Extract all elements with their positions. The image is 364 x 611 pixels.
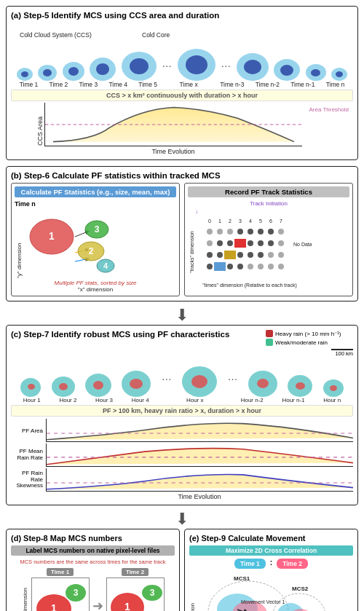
svg-point-35 <box>268 240 274 246</box>
svg-point-52 <box>268 264 274 269</box>
svg-point-28 <box>278 229 284 234</box>
section-a-title: (a) Step-5 Identify MCS using CCS area a… <box>11 11 353 20</box>
pf-stats-header: Calculate PF Statistics (e.g., size, mea… <box>15 186 176 197</box>
svg-point-31 <box>227 240 233 246</box>
pf-time-label: Time n <box>15 200 176 208</box>
svg-text:5: 5 <box>259 218 262 224</box>
multiple-pf-note: Multiple PF stats, sorted by size <box>15 280 176 286</box>
svg-text:4: 4 <box>103 261 108 270</box>
mcs-hour-labels: Hour 1 Hour 2 Hour 3 Hour 4 Hour x Hour … <box>14 397 350 403</box>
svg-text:1: 1 <box>51 602 57 611</box>
track-grid-svg: "tracks" dimension 0 1 2 3 4 5 6 7 <box>188 216 312 288</box>
section-e: (e) Step-9 Calculate Movement Maximize 2… <box>184 529 358 611</box>
section-d-title: (d) Step-8 Map MCS numbers <box>11 534 175 543</box>
arrow-down-1: ⬇ <box>6 307 358 323</box>
svg-text:3: 3 <box>95 224 100 234</box>
svg-point-46 <box>207 264 213 269</box>
dots-sep1: … <box>162 58 172 81</box>
legend-heavy-rain: Heavy rain (> 10 mm h⁻¹) <box>266 330 353 337</box>
svg-text:3: 3 <box>149 588 154 598</box>
x-dim-label-b: "x" dimension <box>15 286 176 293</box>
section-c-title: (c) Step-7 Identify robust MCS using PF … <box>11 330 261 339</box>
scale-bar-label: 100 km <box>335 350 353 357</box>
svg-point-25 <box>248 229 253 234</box>
svg-point-27 <box>268 229 274 234</box>
svg-point-48 <box>227 264 233 269</box>
svg-point-44 <box>268 252 274 258</box>
heavy-rain-label: Heavy rain (> 10 mm h⁻¹) <box>275 331 341 337</box>
section-c: (c) Step-7 Identify robust MCS using PF … <box>6 325 358 505</box>
heavy-rain-swatch <box>266 330 273 337</box>
pf-blobs-svg: 1 3 2 4 <box>24 209 119 278</box>
weak-rain-label: Weak/moderate rain <box>275 339 328 346</box>
d-canvas-t1: 1 3 2 4 <box>31 578 90 611</box>
svg-text:6: 6 <box>269 218 272 224</box>
mcs-cloud-row: … … <box>14 357 350 397</box>
svg-text:1: 1 <box>124 601 130 611</box>
svg-text:2: 2 <box>89 246 94 256</box>
svg-point-50 <box>248 264 253 269</box>
svg-point-45 <box>278 252 284 258</box>
legend-weak-rain: Weak/moderate rain <box>266 339 353 346</box>
pf-skewness-chart <box>47 468 353 491</box>
svg-point-29 <box>207 240 213 246</box>
svg-point-49 <box>237 264 243 269</box>
svg-point-26 <box>258 229 264 234</box>
arrow-down-2: ⬇ <box>6 511 358 527</box>
svg-point-24 <box>237 229 243 234</box>
svg-point-36 <box>278 240 284 246</box>
svg-text:"times" dimension (Relative to: "times" dimension (Relative to each trac… <box>202 283 296 288</box>
svg-point-38 <box>207 252 213 258</box>
svg-rect-47 <box>214 262 226 271</box>
main-container: (a) Step-5 Identify MCS using CCS area a… <box>0 0 364 611</box>
track-init-label: Track Initiation <box>188 200 349 207</box>
x-axis-label: Time Evolution <box>44 148 302 155</box>
svg-text:3: 3 <box>239 218 242 224</box>
pf-stats-panel: Calculate PF Statistics (e.g., size, mea… <box>11 183 180 296</box>
e-time1-pill: Time 1 <box>234 559 266 569</box>
map-d-note: MCS numbers are the same across times fo… <box>11 559 175 565</box>
section-a: (a) Step-5 Identify MCS using CCS area a… <box>6 6 358 160</box>
svg-text:1: 1 <box>49 230 55 242</box>
area-chart: Area Threshold <box>44 103 302 146</box>
section-e-title: (e) Step-9 Calculate Movement <box>189 534 353 543</box>
section-b: (b) Step-6 Calculate PF statistics withi… <box>6 166 358 301</box>
svg-rect-32 <box>234 239 246 248</box>
svg-point-33 <box>248 240 253 246</box>
svg-point-43 <box>258 252 264 258</box>
svg-point-51 <box>258 264 264 269</box>
e-time2-pill: Time 2 <box>277 559 308 569</box>
svg-text:Movement Vector 1: Movement Vector 1 <box>241 599 285 604</box>
pf-skewness-label: PF Rain RateSkewness <box>11 470 46 489</box>
d-arrow: ➜ <box>92 598 103 612</box>
track-stats-header: Record PF Track Statistics <box>188 186 349 197</box>
time-labels-row: Time 1 Time 2 Time 3 Time 4 Time 5 Time … <box>11 81 353 88</box>
svg-text:No Data: No Data <box>293 242 312 247</box>
svg-text:0: 0 <box>208 218 211 224</box>
section-de: (d) Step-8 Map MCS numbers Label MCS num… <box>6 529 358 611</box>
d-time1-label: Time 1 <box>47 568 74 576</box>
track-stats-panel: Record PF Track Statistics Track Initiat… <box>184 183 353 296</box>
svg-point-21 <box>207 229 213 234</box>
svg-text:2: 2 <box>229 218 232 224</box>
e-y-dim-label: "y" dimension <box>189 603 196 611</box>
svg-point-22 <box>217 229 223 234</box>
svg-point-53 <box>278 264 284 269</box>
svg-text:3: 3 <box>73 588 78 598</box>
weak-rain-swatch <box>266 339 273 346</box>
svg-text:1: 1 <box>218 218 221 224</box>
ccs-condition: CCS > x km² continuously with duration >… <box>106 92 258 99</box>
time-evolution-c: Time Evolution <box>46 493 353 500</box>
svg-text:MCS2: MCS2 <box>292 586 309 592</box>
pf-mean-rain-chart <box>47 444 353 466</box>
svg-point-34 <box>258 240 264 246</box>
area-chart-svg <box>45 103 302 146</box>
e-movement-svg: MCS1 Movement Vector 1 MCS2 <box>197 572 328 611</box>
y-dim-label-b: "y" dimension <box>15 209 23 278</box>
pf-mean-rain-label: PF MeanRain Rate <box>11 449 46 462</box>
svg-text:4: 4 <box>249 218 252 224</box>
svg-point-23 <box>227 229 233 234</box>
d-y-dim-label: "y" dimension <box>22 588 28 611</box>
section-b-title: (b) Step-6 Calculate PF statistics withi… <box>11 171 353 180</box>
c-dots-sep1: … <box>162 371 172 397</box>
